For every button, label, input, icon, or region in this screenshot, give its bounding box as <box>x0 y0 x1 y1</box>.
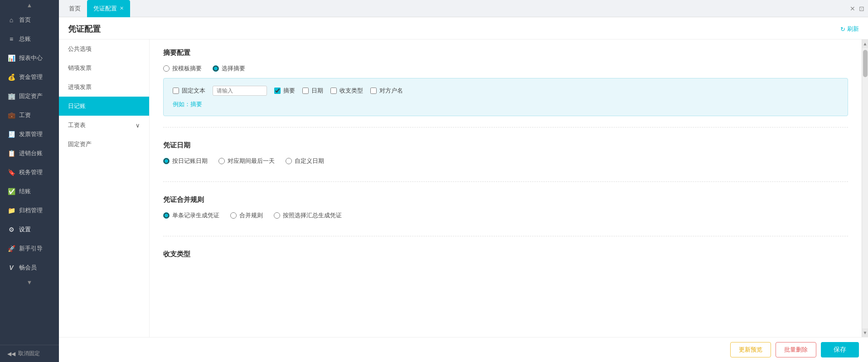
checkbox-counterpart-input[interactable] <box>370 88 377 94</box>
sidebar-item-reports[interactable]: 📊 报表中心 <box>0 49 59 68</box>
voucher-date-section: 凭证日期 按日记账日期 对应期间最后一天 <box>163 141 848 182</box>
nav-item-diary[interactable]: 日记账 <box>59 97 149 116</box>
radio-merge-input[interactable] <box>230 212 237 219</box>
radio-custom-date[interactable]: 自定义日期 <box>286 157 324 165</box>
sidebar-item-home[interactable]: ⌂ 首页 <box>0 10 59 29</box>
nav-item-fixed-assets[interactable]: 固定资产 <box>59 135 149 154</box>
sidebar-item-tax[interactable]: 🔖 税务管理 <box>0 163 59 182</box>
checkbox-summary[interactable]: 摘要 <box>274 87 295 95</box>
tab-home[interactable]: 首页 <box>63 0 87 17</box>
radio-single-label: 单条记录生成凭证 <box>172 211 219 220</box>
nav-label-sales-invoice: 销项发票 <box>68 64 92 72</box>
checkbox-income-type-input[interactable] <box>330 88 337 94</box>
radio-merge-label: 合并规则 <box>239 211 263 220</box>
radio-merge[interactable]: 合并规则 <box>230 211 263 220</box>
radio-by-selection[interactable]: 按照选择汇总生成凭证 <box>274 211 342 220</box>
sidebar-item-assets[interactable]: 🏢 固定资产 <box>0 87 59 106</box>
sidebar-item-settings[interactable]: ⚙ 设置 <box>0 220 59 239</box>
radio-by-selection-input[interactable] <box>274 212 280 219</box>
checkbox-income-type[interactable]: 收支类型 <box>330 87 363 95</box>
guide-icon: 🚀 <box>7 245 15 252</box>
radio-single[interactable]: 单条记录生成凭证 <box>163 211 219 220</box>
sidebar-unpin[interactable]: ◀◀ 取消固定 <box>0 345 59 362</box>
sales-ledger-icon: 📋 <box>7 150 15 157</box>
receipt-type-section: 收支类型 <box>163 250 848 277</box>
refresh-button[interactable]: ↻ 刷新 <box>840 25 859 33</box>
checkbox-fixed-text[interactable]: 固定文本 <box>173 87 205 95</box>
tab-close-icon[interactable]: ✕ <box>120 5 124 11</box>
radio-last-day[interactable]: 对应期间最后一天 <box>218 157 275 165</box>
bottom-bar: 更新预览 批量删除 保存 <box>59 337 868 362</box>
example-text: 例如：摘要 <box>173 100 839 108</box>
nav-item-sales-invoice[interactable]: 销项发票 <box>59 59 149 78</box>
checkbox-fixed-text-label: 固定文本 <box>182 87 205 95</box>
sidebar-label-home: 首页 <box>19 16 31 24</box>
sidebar-scroll-down[interactable]: ▼ <box>0 277 59 288</box>
radio-custom-date-input[interactable] <box>286 158 292 164</box>
merge-rules-title: 凭证合并规则 <box>163 196 848 204</box>
sidebar-item-vip[interactable]: V 畅会员 <box>0 258 59 277</box>
save-button[interactable]: 保存 <box>821 342 859 357</box>
receipt-type-title: 收支类型 <box>163 250 848 259</box>
checkbox-date[interactable]: 日期 <box>302 87 323 95</box>
close-window-icon[interactable]: ✕ <box>850 5 855 12</box>
maximize-window-icon[interactable]: ⊡ <box>859 5 864 12</box>
assets-icon: 🏢 <box>7 93 15 100</box>
radio-select-input[interactable] <box>213 65 219 72</box>
radio-select-summary[interactable]: 选择摘要 <box>213 64 245 73</box>
sidebar-item-sales-ledger[interactable]: 📋 进销台账 <box>0 144 59 163</box>
checkbox-date-input[interactable] <box>302 88 309 94</box>
checkbox-fixed-text-input[interactable] <box>173 88 179 94</box>
nav-item-public[interactable]: 公共选项 <box>59 39 149 59</box>
batch-delete-button[interactable]: 批量删除 <box>776 342 816 357</box>
radio-by-selection-label: 按照选择汇总生成凭证 <box>283 211 342 220</box>
scroll-up-arrow[interactable]: ▲ <box>862 39 868 48</box>
nav-label-payroll: 工资表 <box>68 121 86 129</box>
checkbox-counterpart[interactable]: 对方户名 <box>370 87 403 95</box>
example-text-content: 例如：摘要 <box>173 101 202 108</box>
chevron-down-icon: ∨ <box>136 122 140 129</box>
radio-last-day-input[interactable] <box>218 158 225 164</box>
scroll-thumb[interactable] <box>863 50 868 77</box>
summary-config-section: 摘要配置 按模板摘要 选择摘要 <box>163 49 848 127</box>
sidebar-item-funds[interactable]: 💰 资金管理 <box>0 68 59 87</box>
tab-home-label: 首页 <box>69 5 81 13</box>
sidebar-item-salary[interactable]: 💼 工资 <box>0 106 59 125</box>
radio-by-journal-input[interactable] <box>163 158 170 164</box>
page-title: 凭证配置 <box>68 24 101 34</box>
radio-single-input[interactable] <box>163 212 170 219</box>
page-header: 凭证配置 ↻ 刷新 <box>59 17 868 39</box>
radio-template-input[interactable] <box>163 65 170 72</box>
sidebar-scroll-up[interactable]: ▲ <box>0 0 59 10</box>
checkbox-income-type-label: 收支类型 <box>339 87 363 95</box>
sidebar-item-invoice-mgmt[interactable]: 🧾 发票管理 <box>0 125 59 144</box>
sidebar-label-ledger: 总账 <box>19 35 31 43</box>
funds-icon: 💰 <box>7 73 15 81</box>
checkbox-summary-label: 摘要 <box>283 87 295 95</box>
sidebar-label-settle: 结账 <box>19 187 31 196</box>
checkbox-row: 固定文本 摘要 日期 <box>173 86 839 96</box>
scrollbar-track: ▲ ▼ <box>862 39 868 337</box>
scroll-down-arrow[interactable]: ▼ <box>862 328 868 337</box>
radio-by-journal-label: 按日记账日期 <box>172 157 208 165</box>
settle-icon: ✅ <box>7 188 15 195</box>
nav-item-payroll[interactable]: 工资表 ∨ <box>59 116 149 135</box>
invoice-mgmt-icon: 🧾 <box>7 131 15 138</box>
sidebar-item-ledger[interactable]: ≡ 总账 <box>0 29 59 49</box>
sidebar-item-settle[interactable]: ✅ 结账 <box>0 182 59 201</box>
left-nav: 公共选项 销项发票 进项发票 日记账 工资表 ∨ 固定资产 <box>59 39 150 337</box>
radio-by-journal[interactable]: 按日记账日期 <box>163 157 208 165</box>
tab-voucher-config[interactable]: 凭证配置 ✕ <box>87 0 130 17</box>
pin-icon: ◀◀ <box>7 351 15 357</box>
merge-rules-radio-row: 单条记录生成凭证 合并规则 按照选择汇总生成凭证 <box>163 211 848 220</box>
sidebar: ▲ ⌂ 首页 ≡ 总账 📊 报表中心 💰 资金管理 🏢 固定资产 💼 工资 🧾 … <box>0 0 59 362</box>
nav-item-purchase-invoice[interactable]: 进项发票 <box>59 78 149 97</box>
sidebar-label-archive: 归档管理 <box>19 206 43 215</box>
sidebar-label-settings: 设置 <box>19 225 31 234</box>
update-preview-button[interactable]: 更新预览 <box>730 342 771 357</box>
fixed-text-input[interactable] <box>213 86 267 96</box>
sidebar-item-archive[interactable]: 📁 归档管理 <box>0 201 59 220</box>
checkbox-summary-input[interactable] <box>274 88 281 94</box>
sidebar-item-guide[interactable]: 🚀 新手引导 <box>0 239 59 258</box>
radio-template-summary[interactable]: 按模板摘要 <box>163 64 202 73</box>
